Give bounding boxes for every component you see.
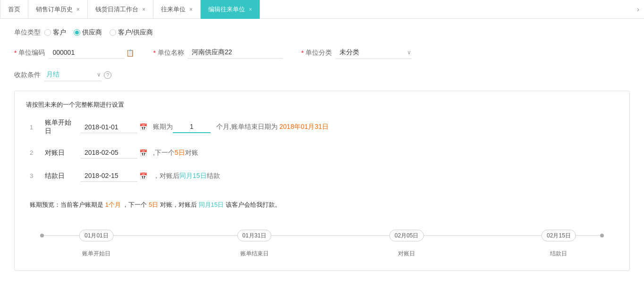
timeline-sub-4: 结款日 [550, 250, 567, 258]
row-number-3: 3 [30, 172, 39, 179]
radio-customer-supplier[interactable]: 客户/供应商 [110, 28, 153, 37]
suffix-after-2: 对账 [185, 149, 198, 156]
main-content: 单位类型 客户 供应商 客户/供应商 * 单位编码 [0, 19, 644, 287]
suffix-before-1: 账期为 [153, 123, 173, 131]
suffix-before-2: ,下一个 [153, 149, 175, 156]
radio-label-customer: 客户 [53, 28, 66, 37]
highlight-day-3: 同月15日 [179, 172, 207, 179]
timeline-badge-4: 02月15日 [542, 230, 576, 242]
end-date-highlight: 2018年01月31日 [280, 123, 329, 130]
preview-part3: 同月15日 [199, 201, 224, 208]
unit-category-select[interactable]: 未分类 ∨ [336, 46, 411, 59]
suffix-row2: ,下一个5日对账 [153, 149, 198, 157]
timeline-point-2: 01月31日 [237, 230, 271, 242]
unit-category-value: 未分类 [336, 46, 405, 59]
tab-home[interactable]: 首页 [0, 0, 28, 19]
timeline-badge-2: 01月31日 [237, 230, 271, 242]
timeline-wrapper: 01月01日 01月31日 02月05日 02月15日 [40, 221, 604, 250]
timeline-sublabels: 账单开始日 账单结束日 对账日 结款日 [40, 250, 604, 261]
calendar-icon-3[interactable]: 📅 [139, 172, 147, 180]
payment-condition-select[interactable]: 月结 ∨ [44, 68, 101, 81]
tab-label-edit-partner: 编辑往来单位 [208, 5, 245, 14]
radio-group-unit-type: 客户 供应商 客户/供应商 [44, 28, 153, 37]
close-icon-partner[interactable]: × [189, 6, 193, 13]
radio-label-supplier: 供应商 [82, 28, 102, 37]
payment-condition-group: 收款条件 月结 ∨ ? [14, 68, 111, 81]
settings-title: 请按照未来的一个完整帐期进行设置 [26, 101, 618, 109]
tab-partner-unit[interactable]: 往来单位 × [153, 0, 201, 19]
preview-sep1: ，下一个 [122, 201, 147, 208]
suffix-row3: ，对账后同月15日结款 [153, 172, 220, 180]
timeline-sub-1: 账单开始日 [82, 250, 110, 258]
period-input[interactable] [173, 121, 211, 133]
unit-type-label: 单位类型 [14, 28, 41, 37]
unit-code-group: * 单位编码 📋 [14, 47, 134, 59]
payment-condition-label: 收款条件 [14, 71, 41, 79]
payment-condition-value: 月结 [44, 70, 95, 79]
unit-name-required: * [153, 49, 155, 57]
timeline-badge-1: 01月01日 [79, 230, 114, 242]
date-input-3[interactable] [81, 170, 137, 182]
radio-supplier[interactable]: 供应商 [74, 28, 102, 37]
timeline-line [40, 236, 604, 236]
tab-more-button[interactable]: › [632, 5, 644, 14]
tab-cash-ledger[interactable]: 钱货日清工作台 × [88, 0, 153, 19]
unit-code-label: 单位编码 [18, 49, 45, 57]
chevron-down-icon: ∨ [407, 49, 411, 56]
unit-name-input[interactable] [188, 47, 282, 59]
help-icon[interactable]: ? [104, 71, 111, 79]
unit-code-required: * [14, 49, 17, 57]
timeline-badge-3: 02月05日 [390, 230, 424, 242]
row-label-1: 账单开始日 [45, 118, 73, 135]
tab-label-partner: 往来单位 [161, 5, 186, 14]
radio-customer[interactable]: 客户 [44, 28, 66, 37]
preview-section: 账期预览：当前客户账期是 1个月 ，下一个 5日 对账，对账后 同月15日 该客… [26, 193, 618, 217]
tab-label-sales: 销售订单历史 [36, 5, 73, 14]
highlight-day-2: 5日 [175, 149, 185, 156]
date-input-2[interactable] [81, 147, 137, 159]
unit-category-required: * [301, 49, 304, 57]
tab-label-cash: 钱货日清工作台 [95, 5, 138, 14]
preview-part2: 5日 [149, 201, 158, 208]
tab-edit-partner-unit[interactable]: 编辑往来单位 × [201, 0, 260, 19]
radio-circle-customer [44, 29, 51, 36]
timeline-start-dot [40, 234, 44, 237]
suffix-before-3: ，对账后 [153, 172, 179, 179]
unit-category-label: 单位分类 [305, 49, 332, 57]
payment-condition-row: 收款条件 月结 ∨ ? [14, 68, 630, 81]
unit-code-input[interactable] [49, 47, 124, 59]
timeline-section: 01月01日 01月31日 02月05日 02月15日 账单开始日 账单结束日 … [26, 217, 618, 261]
date-input-1[interactable] [81, 121, 137, 133]
copy-icon[interactable]: 📋 [126, 49, 134, 57]
radio-circle-cs [110, 29, 116, 36]
suffix-after-3: 结款 [207, 172, 220, 179]
calendar-icon-1[interactable]: 📅 [139, 123, 147, 131]
row-label-2: 对账日 [45, 149, 73, 157]
row-label-3: 结款日 [45, 172, 73, 180]
tab-bar: 首页 销售订单历史 × 钱货日清工作台 × 往来单位 × 编辑往来单位 × › [0, 0, 644, 19]
radio-label-cs: 客户/供应商 [118, 28, 153, 37]
preview-label: 账期预览：当前客户账期是 [30, 201, 103, 208]
settings-row-3: 3 结款日 📅 ，对账后同月15日结款 [26, 170, 618, 182]
settings-row-2: 2 对账日 📅 ,下一个5日对账 [26, 147, 618, 159]
calendar-icon-2[interactable]: 📅 [139, 149, 147, 157]
settings-box: 请按照未来的一个完整帐期进行设置 1 账单开始日 📅 账期为 个月,账单结束日期… [14, 91, 630, 271]
timeline-point-1: 01月01日 [79, 230, 114, 242]
suffix-after-1-text: 个月,账单结束日期为 [216, 123, 278, 130]
timeline-end-dot [600, 234, 604, 237]
unit-name-group: * 单位名称 [153, 47, 282, 59]
close-icon-edit-partner[interactable]: × [249, 6, 252, 13]
preview-sep2: 对账，对账后 [160, 201, 197, 208]
row-number-2: 2 [30, 149, 39, 156]
unit-name-label: 单位名称 [158, 49, 184, 57]
payment-chevron-icon: ∨ [97, 71, 101, 78]
preview-suffix: 该客户会给我打款。 [226, 201, 281, 208]
tab-sales-order-history[interactable]: 销售订单历史 × [28, 0, 88, 19]
tab-home-label: 首页 [8, 5, 20, 14]
timeline-point-3: 02月05日 [390, 230, 424, 242]
close-icon-sales[interactable]: × [76, 6, 80, 13]
close-icon-cash[interactable]: × [142, 6, 145, 13]
radio-circle-supplier [74, 29, 80, 36]
unit-category-group: * 单位分类 未分类 ∨ [301, 46, 411, 59]
row-number-1: 1 [30, 124, 39, 131]
